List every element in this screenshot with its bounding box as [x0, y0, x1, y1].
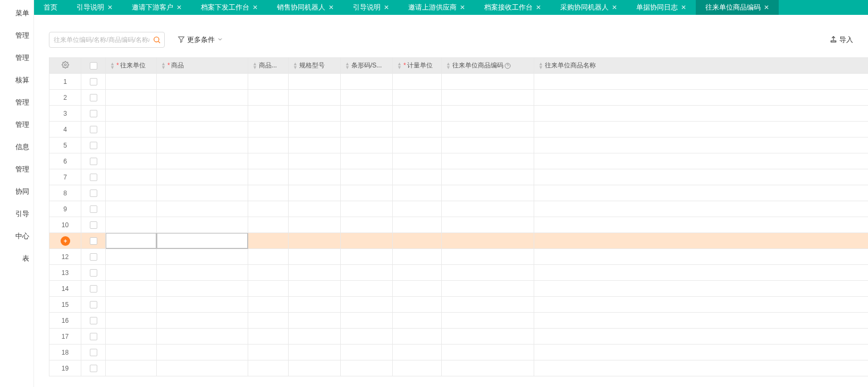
cell[interactable] [157, 249, 248, 265]
cell[interactable] [248, 74, 289, 90]
cell[interactable] [248, 360, 289, 376]
table-row[interactable]: 17 [49, 329, 869, 345]
column-header[interactable]: ▲▼条形码/S... [341, 58, 393, 74]
table-row[interactable]: 8 [49, 185, 869, 201]
cell[interactable] [341, 201, 393, 217]
tab[interactable]: 邀请上游供应商✕ [399, 0, 475, 15]
row-select[interactable] [81, 249, 106, 265]
table-row[interactable]: 9 [49, 201, 869, 217]
table-row[interactable]: 7 [49, 169, 869, 185]
cell[interactable] [157, 281, 248, 297]
table-row[interactable]: 2 [49, 90, 869, 106]
cell[interactable] [442, 122, 534, 137]
cell[interactable] [289, 185, 341, 201]
table-row[interactable]: 3 [49, 106, 869, 122]
table-row[interactable]: 18 [49, 345, 869, 360]
cell[interactable] [248, 281, 289, 297]
checkbox[interactable] [90, 158, 97, 165]
cell[interactable] [534, 122, 869, 137]
cell[interactable] [393, 360, 442, 376]
table-row[interactable] [49, 233, 869, 249]
column-header[interactable]: ▲▼往来单位商品名称 [534, 58, 869, 74]
cell[interactable] [442, 90, 534, 106]
cell[interactable] [442, 281, 534, 297]
close-icon[interactable]: ✕ [681, 4, 686, 11]
checkbox[interactable] [90, 349, 97, 356]
cell[interactable] [289, 90, 341, 106]
row-select[interactable] [81, 185, 106, 201]
column-header[interactable]: ▲▼往来单位商品编码 [442, 58, 534, 74]
cell[interactable] [341, 153, 393, 169]
cell[interactable] [106, 74, 157, 90]
cell[interactable] [248, 313, 289, 329]
cell[interactable] [341, 217, 393, 233]
cell[interactable] [341, 90, 393, 106]
cell[interactable] [157, 201, 248, 217]
cell[interactable] [289, 217, 341, 233]
cell[interactable] [534, 137, 869, 153]
cell[interactable] [289, 249, 341, 265]
search-input[interactable] [54, 36, 149, 44]
sidebar-item[interactable]: 管理 [0, 158, 33, 180]
close-icon[interactable]: ✕ [252, 4, 258, 11]
close-icon[interactable]: ✕ [384, 4, 389, 11]
cell[interactable] [248, 90, 289, 106]
cell[interactable] [106, 201, 157, 217]
row-select[interactable] [81, 217, 106, 233]
cell[interactable] [157, 217, 248, 233]
cell[interactable] [157, 137, 248, 153]
cell[interactable] [106, 281, 157, 297]
cell[interactable] [534, 153, 869, 169]
row-select[interactable] [81, 169, 106, 185]
cell[interactable] [106, 329, 157, 345]
cell[interactable] [157, 74, 248, 90]
row-select[interactable] [81, 201, 106, 217]
cell[interactable] [393, 233, 442, 249]
cell[interactable] [442, 329, 534, 345]
checkbox[interactable] [90, 78, 97, 85]
cell[interactable] [289, 169, 341, 185]
cell[interactable] [393, 106, 442, 122]
row-select[interactable] [81, 106, 106, 122]
cell[interactable] [289, 313, 341, 329]
cell[interactable] [393, 169, 442, 185]
cell[interactable] [157, 185, 248, 201]
cell[interactable] [442, 169, 534, 185]
sidebar-item[interactable]: 信息 [0, 136, 33, 158]
cell[interactable] [157, 329, 248, 345]
cell[interactable] [289, 345, 341, 360]
sidebar-item[interactable]: 管理 [0, 91, 33, 114]
sidebar-item[interactable]: 菜单 [0, 2, 33, 24]
sidebar-item[interactable]: 协同 [0, 180, 33, 203]
select-all[interactable] [81, 58, 106, 74]
cell[interactable] [106, 153, 157, 169]
cell[interactable] [442, 217, 534, 233]
row-select[interactable] [81, 90, 106, 106]
checkbox[interactable] [90, 333, 97, 340]
sidebar-item[interactable]: 管理 [0, 47, 33, 69]
cell[interactable] [442, 74, 534, 90]
cell[interactable] [393, 137, 442, 153]
cell[interactable] [106, 233, 157, 249]
cell[interactable] [534, 74, 869, 90]
cell[interactable] [341, 249, 393, 265]
sidebar-item[interactable]: 管理 [0, 114, 33, 136]
cell[interactable] [341, 313, 393, 329]
cell[interactable] [248, 297, 289, 313]
cell[interactable] [157, 265, 248, 281]
cell[interactable] [248, 265, 289, 281]
cell[interactable] [534, 185, 869, 201]
cell[interactable] [248, 153, 289, 169]
sidebar-item[interactable]: 管理 [0, 24, 33, 47]
cell[interactable] [341, 137, 393, 153]
table-row[interactable]: 6 [49, 153, 869, 169]
sidebar-item[interactable]: 核算 [0, 69, 33, 91]
cell[interactable] [341, 74, 393, 90]
cell[interactable] [442, 201, 534, 217]
column-header[interactable]: ▲▼*往来单位 [106, 58, 157, 74]
checkbox[interactable] [90, 205, 97, 213]
cell[interactable] [341, 281, 393, 297]
row-select[interactable] [81, 297, 106, 313]
row-select[interactable] [81, 360, 106, 376]
cell[interactable] [289, 265, 341, 281]
